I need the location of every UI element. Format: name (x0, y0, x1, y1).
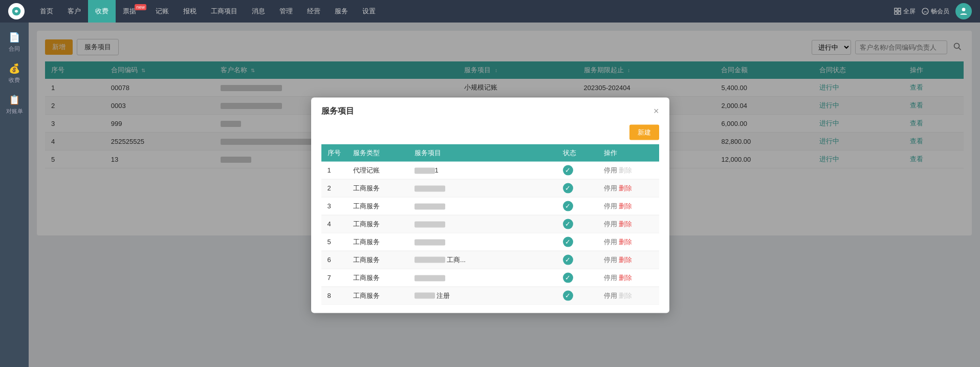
nav-home[interactable]: 首页 (33, 0, 60, 23)
modal-header: 服务项目 × (311, 97, 669, 120)
stop-button[interactable]: 停用 (604, 219, 617, 228)
modal-scroll-area[interactable]: 序号 服务类型 服务项目 状态 操作 1 代理记账 1 ✓ 停用 (321, 144, 659, 305)
modal-toolbar: 新建 (311, 120, 669, 144)
modal-table-row: 1 代理记账 1 ✓ 停用 删除 (321, 161, 659, 179)
status-check-icon: ✓ (563, 254, 573, 265)
sidebar-item-billing[interactable]: 💰 收费 (0, 58, 29, 89)
billing-icon: 💰 (9, 63, 20, 74)
svg-point-7 (962, 8, 966, 11)
top-nav: 首页 客户 收费 票据 new 记账 报税 工商项目 消息 管理 经营 服务 设… (0, 0, 980, 23)
modal-col-type: 服务类型 (347, 144, 408, 161)
nav-customer[interactable]: 客户 (60, 0, 88, 23)
stop-button[interactable]: 停用 (604, 255, 617, 264)
sidebar-item-contract[interactable]: 📄 合同 (0, 27, 29, 58)
status-check-icon: ✓ (563, 219, 573, 229)
svg-rect-4 (895, 12, 897, 14)
delete-button[interactable]: 删除 (619, 183, 632, 192)
stop-button[interactable]: 停用 (604, 165, 617, 175)
svg-rect-5 (898, 12, 901, 14)
app-logo[interactable] (8, 3, 25, 19)
stop-button[interactable]: 停用 (604, 273, 617, 282)
svg-rect-3 (898, 8, 901, 11)
stop-button[interactable]: 停用 (604, 201, 617, 210)
modal-new-button[interactable]: 新建 (629, 124, 659, 140)
modal-col-item: 服务项目 (408, 144, 557, 161)
nav-settings[interactable]: 设置 (355, 0, 383, 23)
stop-button[interactable]: 停用 (604, 183, 617, 192)
new-badge: new (135, 4, 146, 10)
user-avatar[interactable] (955, 3, 972, 19)
delete-button[interactable]: 删除 (619, 255, 632, 264)
member-label: 畅会员 (931, 7, 949, 16)
nav-service[interactable]: 服务 (328, 0, 355, 23)
modal-col-seq: 序号 (321, 144, 347, 161)
stop-button[interactable]: 停用 (604, 237, 617, 246)
status-check-icon: ✓ (563, 165, 573, 175)
statement-icon: 📋 (9, 94, 20, 105)
delete-button[interactable]: 删除 (619, 201, 632, 210)
nav-items: 首页 客户 收费 票据 new 记账 报税 工商项目 消息 管理 经营 服务 设… (33, 0, 894, 23)
nav-billing[interactable]: 收费 (88, 0, 116, 23)
status-check-icon: ✓ (563, 183, 573, 193)
modal-title: 服务项目 (321, 105, 354, 116)
modal-table-row: 4 工商服务 ✓ 停用 删除 (321, 215, 659, 233)
status-check-icon: ✓ (563, 290, 573, 300)
modal-table-row: 7 工商服务 ✓ 停用 删除 (321, 269, 659, 287)
delete-button-disabled: 删除 (619, 291, 632, 300)
nav-right: 全屏 畅会员 (894, 3, 972, 19)
sidebar-contract-label: 合同 (9, 45, 20, 53)
sidebar: 📄 合同 💰 收费 📋 对账单 (0, 23, 29, 367)
contract-icon: 📄 (9, 32, 20, 43)
modal-table-row: 3 工商服务 ✓ 停用 删除 (321, 197, 659, 215)
nav-bookkeeping[interactable]: 记账 (148, 0, 176, 23)
fullscreen-btn[interactable]: 全屏 (894, 7, 916, 16)
sidebar-item-statement[interactable]: 📋 对账单 (0, 89, 29, 120)
service-item-modal: 服务项目 × 新建 序号 服务类型 服务项目 状态 操作 1 (311, 97, 669, 313)
stop-button[interactable]: 停用 (604, 291, 617, 300)
sidebar-billing-label: 收费 (9, 76, 20, 84)
delete-button-disabled: 删除 (619, 165, 632, 175)
fullscreen-label: 全屏 (903, 7, 916, 16)
modal-table-row: 6 工商服务 工商... ✓ 停用 删除 (321, 251, 659, 269)
modal-table-row: 8 工商服务 注册 ✓ 停用 删除 (321, 287, 659, 305)
modal-body: 序号 服务类型 服务项目 状态 操作 1 代理记账 1 ✓ 停用 (311, 144, 669, 313)
status-check-icon: ✓ (563, 236, 573, 247)
nav-invoice[interactable]: 票据 new (116, 0, 148, 23)
modal-close-button[interactable]: × (654, 106, 659, 116)
nav-message[interactable]: 消息 (245, 0, 272, 23)
modal-col-action: 操作 (598, 144, 659, 161)
status-check-icon: ✓ (563, 201, 573, 211)
nav-management[interactable]: 管理 (272, 0, 300, 23)
modal-table-row: 5 工商服务 ✓ 停用 删除 (321, 233, 659, 251)
svg-rect-2 (895, 8, 897, 11)
nav-operation[interactable]: 经营 (300, 0, 328, 23)
member-btn[interactable]: 畅会员 (922, 7, 949, 16)
sidebar-statement-label: 对账单 (6, 107, 23, 115)
nav-bizproject[interactable]: 工商项目 (204, 0, 245, 23)
delete-button[interactable]: 删除 (619, 237, 632, 246)
service-items-table: 序号 服务类型 服务项目 状态 操作 1 代理记账 1 ✓ 停用 (321, 144, 659, 305)
modal-table-row: 2 工商服务 ✓ 停用 删除 (321, 179, 659, 197)
svg-point-1 (15, 10, 18, 13)
modal-col-status: 状态 (557, 144, 598, 161)
delete-button[interactable]: 删除 (619, 219, 632, 228)
nav-tax[interactable]: 报税 (176, 0, 204, 23)
status-check-icon: ✓ (563, 272, 573, 283)
delete-button[interactable]: 删除 (619, 273, 632, 282)
